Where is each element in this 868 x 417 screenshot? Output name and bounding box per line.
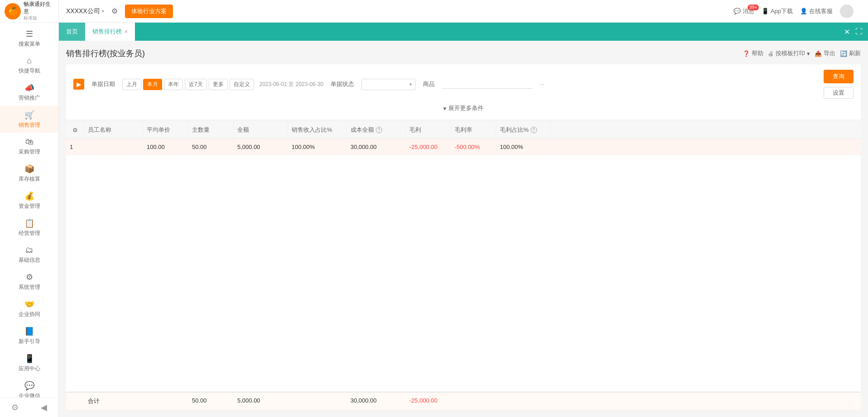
th-avg-price: 平均单价 [143, 121, 188, 139]
app-label: App下载 [771, 7, 793, 15]
date-btn-7days[interactable]: 近7天 [185, 79, 207, 90]
td-gross-pct: 100.00% [496, 139, 551, 155]
export-button[interactable]: 📤 导出 [815, 49, 835, 58]
sidebar-item-guide[interactable]: 📘 新手引导 [0, 322, 58, 349]
sidebar-item-sales[interactable]: 🛒 销售管理 [0, 105, 58, 133]
tab-sales-ranking[interactable]: 销售排行榜 × [85, 23, 135, 41]
ft-sales-pct [288, 393, 347, 410]
settings-button[interactable]: ⚙ [108, 5, 121, 18]
status-select[interactable] [361, 79, 416, 90]
ft-label: 合计 [84, 393, 143, 410]
logo-sub: 标准版 [24, 15, 54, 21]
ft-extra [551, 393, 861, 410]
message-icon: 💬 [734, 8, 741, 14]
tab-close-icon[interactable]: × [125, 29, 128, 35]
sidebar-item-system[interactable]: ⚙ 系统管理 [0, 268, 58, 295]
sidebar-item-basic-info[interactable]: 🗂 基础信息 [0, 241, 58, 268]
th-cost-total: 成本全额 ? [347, 121, 406, 139]
page-header: 销售排行榜(按业务员) ❓ 帮助 🖨 按模板打印 ▾ 📤 导出 🔄 刷新 [66, 48, 861, 59]
appstore-icon: 📱 [24, 354, 34, 364]
logo-icon: 🍊 [5, 3, 21, 19]
sidebar-item-wechat[interactable]: 💬 企业微信 [0, 376, 58, 398]
sidebar-item-purchase[interactable]: 🛍 采购管理 [0, 133, 58, 159]
export-icon: 📤 [815, 50, 822, 57]
sidebar-item-search[interactable]: ☰ 搜索菜单 [0, 24, 58, 52]
filter-row-1: ▶ 单据日期 上月 本月 本年 近7天 更多 自定义 2023-06-01 至 … [73, 70, 854, 99]
th-gross: 毛利 [406, 121, 451, 139]
trial-button[interactable]: 体验行业方案 [125, 5, 173, 18]
sidebar-item-quicknav[interactable]: ⌂ 快捷导航 [0, 52, 58, 78]
query-button[interactable]: 查询 [824, 70, 854, 83]
ft-total: 5,000.00 [234, 393, 288, 410]
filter-expand-arrow[interactable]: ▶ [73, 79, 84, 90]
td-cost-total: 30,000.00 [347, 139, 406, 155]
table-area: ⚙ 员工名称 平均单价 主数量 全额 销售收入占比% 成本全额 ? 毛利 毛利率… [66, 121, 861, 410]
main-area: XXXXX公司 ▾ ⚙ 体验行业方案 💬 消息 99+ 📱 App下载 👤 在线… [59, 0, 868, 417]
online-service-button[interactable]: 👤 在线客服 [800, 7, 833, 15]
template-print-button[interactable]: 🖨 按模板打印 ▾ [768, 49, 810, 58]
refresh-button[interactable]: 🔄 刷新 [840, 49, 861, 58]
th-employee: 员工名称 [84, 121, 143, 139]
table-header: ⚙ 员工名称 平均单价 主数量 全额 销售收入占比% 成本全额 ? 毛利 毛利率… [66, 121, 861, 139]
goods-more-btn[interactable]: ··· [540, 81, 544, 87]
goods-input[interactable] [442, 80, 532, 89]
home-icon: ⌂ [27, 56, 32, 66]
page-title: 销售排行榜(按业务员) [66, 48, 145, 59]
td-employee [84, 139, 143, 155]
message-button[interactable]: 💬 消息 99+ [734, 7, 754, 15]
finance-icon: 💰 [24, 191, 34, 201]
search-menu-icon: ☰ [26, 29, 33, 39]
tab-close-window-icon[interactable]: ✕ [844, 28, 850, 36]
date-btn-more[interactable]: 更多 [209, 79, 228, 90]
print-chevron-icon: ▾ [807, 50, 810, 57]
print-icon: 🖨 [768, 50, 774, 57]
gross-pct-info-icon[interactable]: ? [531, 127, 537, 133]
sidebar-item-marketing[interactable]: 📣 营销推广 [0, 78, 58, 105]
system-icon: ⚙ [26, 272, 33, 282]
collab-icon: 🤝 [24, 299, 34, 309]
message-badge: 99+ [748, 5, 759, 10]
date-filter-group: 上月 本月 本年 近7天 更多 自定义 2023-06-01 至 2023-06… [122, 79, 323, 90]
sidebar-item-appstore[interactable]: 📱 应用中心 [0, 349, 58, 376]
date-range-display: 2023-06-01 至 2023-06-30 [259, 81, 323, 88]
app-download-button[interactable]: 📱 App下载 [762, 7, 793, 15]
sales-icon: 🛒 [24, 110, 34, 120]
sidebar-item-operations[interactable]: 📋 经营管理 [0, 214, 58, 241]
expand-more-btn[interactable]: ▾ 展开更多条件 [73, 102, 854, 114]
logo-text: 畅康通好生意 [24, 1, 54, 15]
td-rank: 1 [66, 139, 84, 155]
sidebar-collapse-icon[interactable]: ◀ [41, 403, 47, 412]
status-label: 单据状态 [331, 80, 354, 88]
goods-label: 商品 [423, 80, 435, 88]
operations-icon: 📋 [24, 218, 34, 228]
expand-more-icon: ▾ [443, 105, 446, 112]
sidebar: 🍊 畅康通好生意 标准版 ☰ 搜索菜单 ⌂ 快捷导航 📣 营销推广 🛒 销售管理… [0, 0, 59, 417]
date-btn-this-year[interactable]: 本年 [164, 79, 183, 90]
tab-home[interactable]: 首页 [59, 23, 85, 41]
table-body: 1 100.00 50.00 5,000.00 100.00% 30,000.0… [66, 139, 861, 392]
company-name: XXXXX公司 [66, 7, 100, 15]
date-btn-last-month[interactable]: 上月 [122, 79, 141, 90]
help-button[interactable]: ❓ 帮助 [743, 49, 763, 58]
tab-maximize-icon[interactable]: ⛶ [855, 28, 863, 36]
guide-icon: 📘 [24, 326, 34, 336]
sidebar-bottom: ⚙ ◀ [0, 398, 58, 417]
th-settings[interactable]: ⚙ [66, 121, 84, 139]
cost-info-icon[interactable]: ? [376, 127, 382, 133]
date-btn-this-month[interactable]: 本月 [143, 79, 162, 90]
sidebar-nav: ☰ 搜索菜单 ⌂ 快捷导航 📣 营销推广 🛒 销售管理 🛍 采购管理 📦 库存核… [0, 23, 58, 398]
topbar: XXXXX公司 ▾ ⚙ 体验行业方案 💬 消息 99+ 📱 App下载 👤 在线… [59, 0, 868, 23]
ft-gross-rate [451, 393, 496, 410]
company-selector[interactable]: XXXXX公司 ▾ [66, 7, 104, 15]
user-avatar[interactable] [840, 5, 854, 18]
sidebar-item-finance[interactable]: 💰 资金管理 [0, 187, 58, 214]
sidebar-item-collab[interactable]: 🤝 企业协同 [0, 295, 58, 322]
company-chevron-icon: ▾ [102, 9, 104, 14]
sidebar-item-inventory[interactable]: 📦 库存核算 [0, 159, 58, 187]
wechat-icon: 💬 [24, 381, 34, 391]
tab-sales-label: 销售排行榜 [92, 28, 122, 36]
th-gross-rate: 毛利率 [451, 121, 496, 139]
sidebar-settings-icon[interactable]: ⚙ [11, 403, 19, 412]
settings-btn[interactable]: 设置 [824, 87, 854, 99]
date-btn-custom[interactable]: 自定义 [230, 79, 254, 90]
